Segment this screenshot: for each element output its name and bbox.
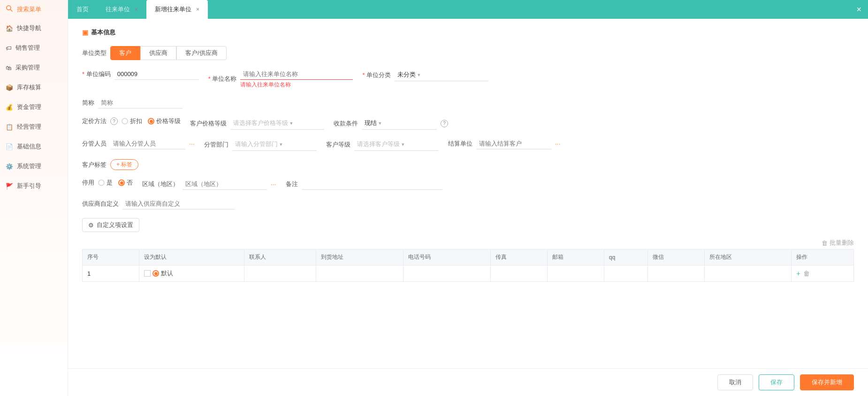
- region-input[interactable]: [183, 179, 267, 190]
- region-ellipsis[interactable]: ···: [271, 180, 276, 188]
- tabbar-close-all[interactable]: ×: [850, 5, 868, 15]
- default-label: 默认: [161, 269, 173, 278]
- chart-icon: 📋: [6, 124, 13, 131]
- radio-price-level[interactable]: 价格等级: [148, 117, 181, 125]
- sidebar-item-system[interactable]: ⚙️ 系统管理: [0, 156, 68, 176]
- sidebar-item-operation[interactable]: 📋 经营管理: [0, 117, 68, 137]
- tab-new-partner-label: 新增往来单位: [155, 5, 191, 14]
- unit-btn-both[interactable]: 客户/供应商: [176, 46, 227, 60]
- code-label: * 单位编码: [82, 70, 111, 78]
- radio-no-label: 否: [127, 179, 133, 187]
- customer-level-select[interactable]: 请选择客户等级 ▾: [354, 138, 439, 151]
- form-content: ▣ 基本信息 单位类型 客户 供应商 客户/供应商 * 单位编码 * 单位名称: [68, 19, 868, 368]
- save-button[interactable]: 保存: [759, 374, 794, 390]
- bag-icon: 🛍: [6, 64, 12, 71]
- th-contact: 联系人: [244, 249, 316, 265]
- tab-partners[interactable]: 往来单位 ×: [97, 0, 146, 19]
- tab-new-partner-close[interactable]: ×: [196, 6, 199, 13]
- remark-input[interactable]: [302, 179, 442, 190]
- th-region: 所在地区: [704, 249, 792, 265]
- sidebar-item-basic[interactable]: 📄 基础信息: [0, 137, 68, 156]
- payment-select[interactable]: 现结 ▾: [362, 117, 437, 130]
- row-checkbox[interactable]: [144, 270, 151, 277]
- th-phone: 电话号码: [403, 249, 490, 265]
- radio-discount[interactable]: 折扣: [122, 117, 142, 125]
- region-field: 区域（地区） ···: [142, 179, 276, 190]
- gear-icon: ⚙️: [6, 163, 13, 170]
- search-menu[interactable]: 搜索菜单: [0, 0, 68, 18]
- category-value: 未分类: [397, 70, 416, 79]
- manager-ellipsis[interactable]: ···: [189, 140, 195, 148]
- th-fax: 传真: [490, 249, 547, 265]
- unit-btn-supplier[interactable]: 供应商: [140, 46, 176, 60]
- section-icon: ▣: [82, 29, 88, 36]
- sidebar-item-finance[interactable]: 💰 资金管理: [0, 97, 68, 117]
- default-radio-circle: [152, 270, 159, 277]
- default-radio[interactable]: 默认: [152, 269, 173, 278]
- unit-type-row: 单位类型 客户 供应商 客户/供应商: [82, 46, 854, 60]
- td-contact: [244, 265, 316, 282]
- flag-icon: 🚩: [6, 183, 13, 190]
- sidebar-item-purchase[interactable]: 🛍 采购管理: [0, 58, 68, 78]
- sidebar-item-guide[interactable]: 🚩 新手引导: [0, 176, 68, 196]
- radio-no[interactable]: 否: [118, 179, 133, 187]
- settlement-ellipsis[interactable]: ···: [555, 140, 561, 148]
- sidebar-item-sales[interactable]: 🏷 销售管理: [0, 38, 68, 58]
- main-content: 首页 往来单位 × 新增往来单位 × × ▣ 基本信息 单位类型 客户 供应商 …: [68, 0, 868, 396]
- add-tag-button[interactable]: + 标签: [110, 159, 138, 170]
- name-input[interactable]: [240, 69, 353, 80]
- tag-field: 客户标签 + 标签: [82, 159, 138, 170]
- svg-line-1: [10, 9, 12, 11]
- unit-btn-customer[interactable]: 客户: [110, 46, 140, 60]
- customer-price-select[interactable]: 请选择客户价格等级 ▾: [230, 117, 324, 130]
- td-action: + 🗑: [792, 265, 854, 282]
- payment-field: 收款条件 现结 ▾ ?: [334, 117, 448, 130]
- search-icon: [6, 5, 13, 14]
- short-name-input[interactable]: [98, 97, 183, 109]
- unit-type-field: 单位类型 客户 供应商 客户/供应商: [82, 46, 227, 60]
- batch-delete-button[interactable]: 🗑 批量删除: [822, 239, 854, 247]
- settlement-input[interactable]: [476, 138, 551, 149]
- dept-select[interactable]: 请输入分管部门 ▾: [232, 138, 317, 151]
- footer: 取消 保存 保存并新增: [68, 368, 868, 396]
- tab-home[interactable]: 首页: [68, 0, 97, 19]
- name-label: * 单位名称: [208, 75, 237, 83]
- tab-partners-label: 往来单位: [106, 5, 130, 14]
- tab-new-partner[interactable]: 新增往来单位 ×: [146, 0, 208, 19]
- short-name-field: 简称: [82, 97, 183, 109]
- settlement-field: 结算单位 ···: [448, 138, 561, 149]
- search-menu-label: 搜索菜单: [17, 5, 41, 14]
- td-index: 1: [83, 265, 139, 282]
- th-action: 操作: [792, 249, 854, 265]
- td-address: [316, 265, 404, 282]
- cancel-button[interactable]: 取消: [717, 374, 753, 390]
- radio-yes[interactable]: 是: [98, 179, 113, 187]
- pricing-field: 定价方法 ? 折扣 价格等级: [82, 117, 181, 125]
- delete-row-icon[interactable]: 🗑: [803, 270, 810, 277]
- sidebar-item-quick-nav[interactable]: 🏠 快捷导航: [0, 18, 68, 38]
- sidebar-item-label: 新手引导: [17, 182, 41, 190]
- td-region: [704, 265, 792, 282]
- contact-table: 序号 设为默认 联系人 到货地址 电话号码 传真 邮箱 qq 微信 所在地区 操…: [82, 249, 854, 282]
- custom-settings-button[interactable]: ⚙ 自定义项设置: [82, 218, 139, 232]
- dept-placeholder: 请输入分管部门: [235, 140, 278, 148]
- payment-help-icon[interactable]: ?: [441, 120, 448, 127]
- code-input[interactable]: [114, 69, 199, 80]
- chevron-down-icon2: ▾: [290, 120, 293, 126]
- sidebar-item-label: 基础信息: [17, 142, 41, 151]
- save-new-button[interactable]: 保存并新增: [800, 374, 854, 390]
- radio-discount-circle: [122, 118, 128, 124]
- manager-input[interactable]: [110, 138, 185, 149]
- sidebar-item-stock[interactable]: 📦 库存核算: [0, 78, 68, 97]
- disabled-region-row: 停用 是 否 区域（地区） ··· 备注: [82, 179, 854, 190]
- category-select[interactable]: 未分类 ▾: [395, 69, 488, 81]
- sidebar-item-label: 销售管理: [15, 44, 40, 52]
- tab-partners-close[interactable]: ×: [135, 6, 138, 13]
- td-fax: [490, 265, 547, 282]
- chevron-down-icon3: ▾: [379, 120, 381, 126]
- add-row-icon[interactable]: +: [796, 270, 800, 277]
- box-icon: 📦: [6, 84, 13, 91]
- supplier-custom-input[interactable]: [122, 198, 235, 210]
- td-qq: [604, 265, 647, 282]
- pricing-help-icon[interactable]: ?: [110, 117, 118, 125]
